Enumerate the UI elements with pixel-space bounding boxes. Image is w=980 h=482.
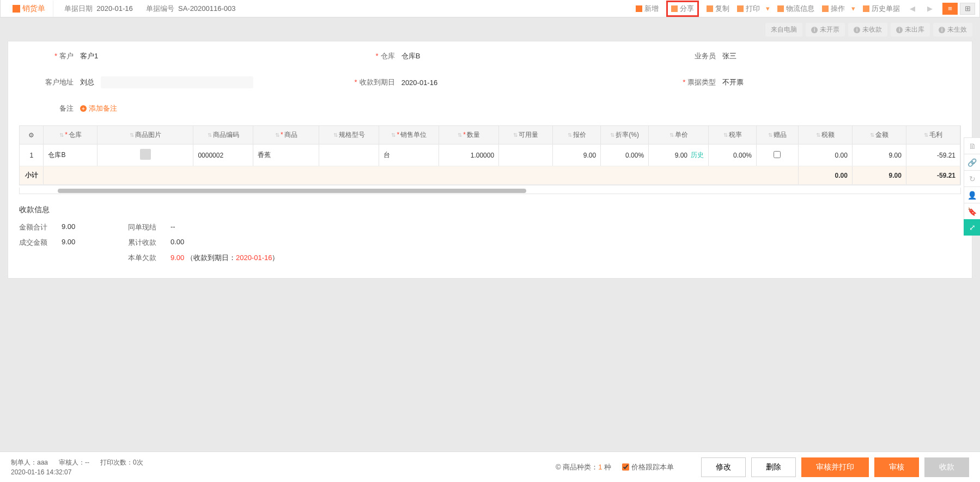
side-expand-button[interactable]: ⤢ xyxy=(964,219,980,236)
view-card-button[interactable]: ⊞ xyxy=(960,3,975,15)
col-avail[interactable]: ⇅可用量 xyxy=(499,126,553,144)
payment-section: 收款信息 金额合计9.00 同单现结-- 成交金额9.00 累计收款0.00 本… xyxy=(19,205,961,263)
print-count: 0次 xyxy=(133,459,143,466)
warehouse-value[interactable]: 仓库B xyxy=(401,51,421,61)
attach-icon: 🔗 xyxy=(967,158,977,167)
chevron-down-icon: ▾ xyxy=(766,4,770,13)
copyright-icon: © xyxy=(556,463,561,471)
deal-value: 9.00 xyxy=(62,238,75,248)
col-unitprice[interactable]: ⇅单价 xyxy=(649,126,709,144)
info-icon: i xyxy=(854,27,860,33)
logistics-button[interactable]: 物流信息 xyxy=(777,4,814,14)
debt-value: 9.00 xyxy=(171,254,184,262)
col-discount[interactable]: ⇅折率(%) xyxy=(601,126,649,144)
table-row[interactable]: 1 仓库B 0000002 香蕉 台 1.00000 9.00 0.00% 9.… xyxy=(20,144,960,166)
invoicetype-value[interactable]: 不开票 xyxy=(722,77,744,87)
subtotal-row: 小计 0.00 9.00 -59.21 xyxy=(20,166,960,185)
modify-button[interactable]: 修改 xyxy=(701,457,746,477)
tab-title: 销货单 xyxy=(22,4,45,14)
ops-button[interactable]: 操作 ▾ xyxy=(822,4,855,14)
next-arrow[interactable]: ▶ xyxy=(925,4,935,13)
pill-receipt[interactable]: i未收款 xyxy=(848,23,887,37)
tab-sales-order[interactable]: 销货单 xyxy=(5,1,53,17)
info-icon: i xyxy=(896,27,903,33)
print-icon xyxy=(737,5,744,12)
addr-label: 客户地址 xyxy=(19,77,74,87)
sales-order-icon xyxy=(13,5,20,13)
cell-price: 9.00 xyxy=(553,144,601,166)
timestamp: 2020-01-16 14:32:07 xyxy=(11,468,143,476)
copy-button[interactable]: 复制 xyxy=(707,4,729,14)
cell-warehouse: 仓库B xyxy=(44,144,98,166)
top-bar: 销货单 单据日期 2020-01-16 单据编号 SA-20200116-003… xyxy=(0,0,980,17)
prev-arrow[interactable]: ◀ xyxy=(908,4,917,13)
status-row: 来自电脑 i未开票 i未收款 i未出库 i未生效 xyxy=(0,17,980,37)
col-taxamt[interactable]: ⇅税额 xyxy=(798,126,852,144)
bottom-meta: 制单人：aaa 审核人：-- 打印次数：0次 2020-01-16 14:32:… xyxy=(11,458,143,476)
side-refresh-button[interactable]: ↻ xyxy=(964,170,980,186)
col-code[interactable]: ⇅商品编码 xyxy=(193,126,253,144)
addr-value[interactable] xyxy=(101,76,253,88)
horizontal-scrollbar[interactable] xyxy=(19,188,961,194)
receive-button[interactable]: 收款 xyxy=(924,457,969,477)
cell-discount: 0.00% xyxy=(601,144,649,166)
addr-contact: 刘总 xyxy=(80,77,94,87)
audit-button[interactable]: 审核 xyxy=(874,457,919,477)
cell-unitprice: 9.00历史 xyxy=(649,144,709,166)
col-taxrate[interactable]: ⇅税率 xyxy=(709,126,757,144)
col-warehouse[interactable]: ⇅仓库 xyxy=(44,126,98,144)
product-thumb[interactable] xyxy=(140,149,151,160)
side-note-button[interactable]: 🗎 xyxy=(964,137,980,154)
cell-product: 香蕉 xyxy=(253,144,319,166)
payment-title: 收款信息 xyxy=(19,205,961,215)
truck-icon xyxy=(777,5,784,12)
side-user-button[interactable]: 👤 xyxy=(964,186,980,203)
auditor-value: -- xyxy=(85,459,89,466)
col-profit[interactable]: ⇅毛利 xyxy=(906,126,960,144)
side-tag-button[interactable]: 🔖 xyxy=(964,203,980,219)
gift-checkbox[interactable] xyxy=(774,151,781,158)
history-link[interactable]: 历史 xyxy=(691,150,704,160)
salesman-value[interactable]: 张三 xyxy=(722,51,736,61)
price-follow-checkbox[interactable]: 价格跟踪本单 xyxy=(622,462,674,472)
new-button[interactable]: 新增 xyxy=(636,4,659,14)
add-note-button[interactable]: +添加备注 xyxy=(80,104,117,113)
subtotal-label: 小计 xyxy=(20,166,44,185)
scroll-thumb[interactable] xyxy=(58,189,526,193)
audit-print-button[interactable]: 审核并打印 xyxy=(801,457,869,477)
pill-stock[interactable]: i未出库 xyxy=(891,23,930,37)
note-label: 备注 xyxy=(19,104,74,113)
plus-circle-icon: + xyxy=(80,105,87,112)
note-icon: 🗎 xyxy=(969,142,976,150)
side-attach-button[interactable]: 🔗 xyxy=(964,154,980,170)
share-button[interactable]: 分享 xyxy=(666,1,699,17)
col-price[interactable]: ⇅报价 xyxy=(553,126,601,144)
history-button[interactable]: 历史单据 xyxy=(863,4,900,14)
cell-amount: 9.00 xyxy=(852,144,906,166)
pill-invoice[interactable]: i未开票 xyxy=(806,23,845,37)
chevron-down-icon: ▾ xyxy=(851,4,855,13)
cell-image xyxy=(98,144,193,166)
cell-idx: 1 xyxy=(20,144,44,166)
col-image[interactable]: ⇅商品图片 xyxy=(98,126,193,144)
debt-due-date: 2020-01-16 xyxy=(236,254,272,262)
bottom-bar: 制单人：aaa 审核人：-- 打印次数：0次 2020-01-16 14:32:… xyxy=(0,451,980,482)
col-amount[interactable]: ⇅金额 xyxy=(852,126,906,144)
customer-value[interactable]: 客户1 xyxy=(80,51,98,61)
delete-button[interactable]: 删除 xyxy=(751,457,796,477)
print-button[interactable]: 打印 ▾ xyxy=(737,4,770,14)
col-gear[interactable]: ⚙ xyxy=(20,126,44,144)
col-unit[interactable]: ⇅销售单位 xyxy=(379,126,439,144)
col-product[interactable]: ⇅商品 xyxy=(253,126,319,144)
duedate-value[interactable]: 2020-01-16 xyxy=(401,79,438,87)
col-gift[interactable]: ⇅赠品 xyxy=(756,126,798,144)
cell-taxrate: 0.00% xyxy=(709,144,757,166)
view-list-button[interactable]: ≡ xyxy=(942,3,958,15)
refresh-icon: ↻ xyxy=(969,174,976,183)
col-qty[interactable]: ⇅数量 xyxy=(439,126,499,144)
user-icon: 👤 xyxy=(967,191,977,200)
pill-effective[interactable]: i未生效 xyxy=(933,23,972,37)
col-spec[interactable]: ⇅规格型号 xyxy=(319,126,379,144)
cell-gift xyxy=(756,144,798,166)
top-actions: 新增 分享 复制 打印 ▾ 物流信息 操作 ▾ 历史单据 ◀ ▶ ≡ ⊞ xyxy=(636,1,975,17)
